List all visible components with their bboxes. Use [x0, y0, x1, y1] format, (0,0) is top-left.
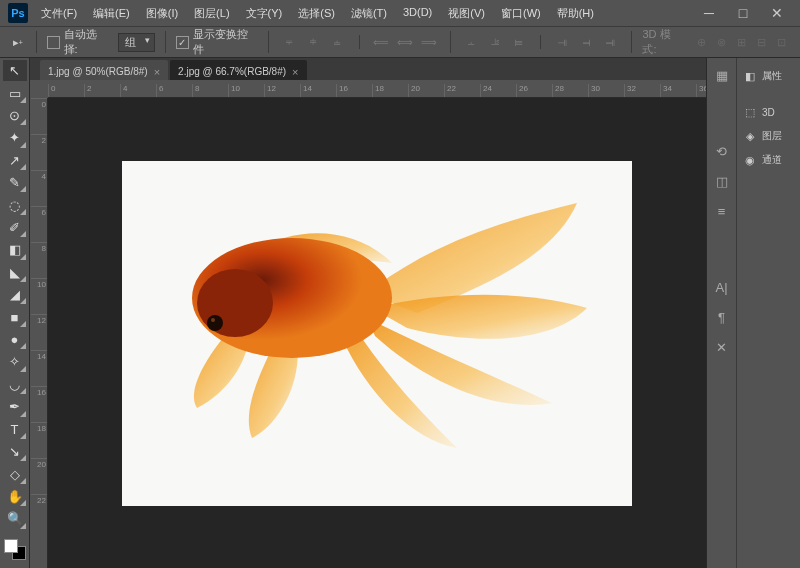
dist-2-icon[interactable]: ⫡ [484, 32, 506, 52]
tool-button[interactable]: ✒ [3, 396, 27, 417]
vertical-ruler[interactable]: 0246810121416182022 [30, 98, 48, 568]
align-hcenter-icon[interactable]: ⟺ [394, 32, 416, 52]
checkbox-icon[interactable]: ✓ [176, 36, 189, 49]
panel-tab[interactable]: ◈图层 [737, 124, 800, 148]
align-top-icon[interactable]: ⫧ [279, 32, 301, 52]
tab-label: 2.jpg @ 66.7%(RGB/8#) [178, 66, 286, 77]
3d-scale-icon[interactable]: ⊡ [772, 32, 790, 52]
canvas-viewport[interactable] [48, 98, 706, 568]
menu-item[interactable]: 帮助(H) [550, 2, 601, 25]
svg-point-2 [207, 315, 223, 331]
color-swatches[interactable] [4, 539, 26, 560]
ruler-tick: 6 [156, 84, 163, 98]
menu-item[interactable]: 文件(F) [34, 2, 84, 25]
3d-orbit-icon[interactable]: ⊕ [692, 32, 710, 52]
3d-pan-icon[interactable]: ⊞ [732, 32, 750, 52]
ruler-tick: 10 [31, 278, 48, 289]
panel-tab[interactable]: ◉通道 [737, 148, 800, 172]
minimize-button[interactable]: ─ [698, 6, 720, 20]
document-tab[interactable]: 2.jpg @ 66.7%(RGB/8#)× [170, 60, 306, 80]
tool-button[interactable]: ■ [3, 306, 27, 327]
dist-3-icon[interactable]: ⫢ [508, 32, 530, 52]
canvas[interactable] [122, 161, 632, 506]
rail-icon[interactable]: ⟲ [713, 142, 731, 160]
tool-button[interactable]: ◧ [3, 239, 27, 260]
tool-button[interactable]: ✐ [3, 217, 27, 238]
align-bottom-icon[interactable]: ⫨ [327, 32, 349, 52]
ruler-tick: 12 [264, 84, 276, 98]
tab-close-icon[interactable]: × [292, 66, 298, 78]
tool-button[interactable]: ◣ [3, 262, 27, 283]
tool-button[interactable]: ✧ [3, 351, 27, 372]
dist-1-icon[interactable]: ⫠ [460, 32, 482, 52]
ruler-tick: 36 [696, 84, 706, 98]
tool-button[interactable]: 🔍 [3, 508, 27, 529]
rail-icon[interactable]: ¶ [713, 308, 731, 326]
goldfish-image [157, 168, 597, 468]
rail-icon[interactable]: ▦ [713, 66, 731, 84]
horizontal-ruler[interactable]: 024681012141618202224262830323436 [48, 80, 706, 98]
tool-button[interactable]: ▭ [3, 82, 27, 103]
align-vcenter-icon[interactable]: ⫩ [303, 32, 325, 52]
ruler-tick: 0 [48, 84, 55, 98]
tool-button[interactable]: ✦ [3, 127, 27, 148]
tool-button[interactable]: ↘ [3, 441, 27, 462]
group-dropdown[interactable]: 组 [118, 33, 155, 52]
rail-icon[interactable]: ✕ [713, 338, 731, 356]
dist-5-icon[interactable]: ⫤ [575, 32, 597, 52]
maximize-button[interactable]: □ [732, 6, 754, 20]
align-left-icon[interactable]: ⟸ [370, 32, 392, 52]
menu-item[interactable]: 3D(D) [396, 2, 439, 25]
ruler-tick: 4 [31, 170, 48, 181]
menu-item[interactable]: 文字(Y) [239, 2, 290, 25]
rail-icon[interactable]: ◫ [713, 172, 731, 190]
tool-button[interactable]: ◇ [3, 463, 27, 484]
panel-tab[interactable]: ⬚3D [737, 100, 800, 124]
auto-select-option[interactable]: 自动选择: [47, 27, 110, 57]
menu-item[interactable]: 选择(S) [291, 2, 342, 25]
menu-item[interactable]: 视图(V) [441, 2, 492, 25]
align-group-1: ⫧ ⫩ ⫨ [279, 32, 349, 52]
menu-item[interactable]: 图层(L) [187, 2, 236, 25]
panel-icon: ◉ [743, 153, 757, 167]
dist-4-icon[interactable]: ⫣ [551, 32, 573, 52]
tools-panel: ↖▭⊙✦↗✎◌✐◧◣◢■●✧◡✒T↘◇✋🔍 [0, 58, 30, 568]
show-transform-option[interactable]: ✓ 显示变换控件 [176, 27, 258, 57]
ruler-tick: 34 [660, 84, 672, 98]
tool-button[interactable]: ◢ [3, 284, 27, 305]
tab-close-icon[interactable]: × [154, 66, 160, 78]
tool-button[interactable]: ↗ [3, 150, 27, 171]
align-right-icon[interactable]: ⟹ [418, 32, 440, 52]
dist-6-icon[interactable]: ⫥ [599, 32, 621, 52]
tool-button[interactable]: ◡ [3, 374, 27, 395]
menu-item[interactable]: 图像(I) [139, 2, 185, 25]
move-tool-icon: ▸+ [10, 35, 26, 49]
rail-icon[interactable]: A| [713, 278, 731, 296]
tool-button[interactable]: ⊙ [3, 105, 27, 126]
panel-label: 通道 [762, 153, 782, 167]
panel-tab[interactable]: ◧属性 [737, 64, 800, 88]
menu-item[interactable]: 滤镜(T) [344, 2, 394, 25]
rail-icon[interactable]: ≡ [713, 202, 731, 220]
tool-button[interactable]: ◌ [3, 194, 27, 215]
tool-button[interactable]: T [3, 419, 27, 440]
options-bar: ▸+ 自动选择: 组 ✓ 显示变换控件 ⫧ ⫩ ⫨ ⟸ ⟺ ⟹ ⫠ ⫡ ⫢ ⫣ … [0, 26, 800, 58]
3d-slide-icon[interactable]: ⊟ [752, 32, 770, 52]
tool-button[interactable]: ↖ [3, 60, 27, 81]
3d-roll-icon[interactable]: ⊗ [712, 32, 730, 52]
ruler-tick: 18 [31, 422, 48, 433]
panel-icon: ◧ [743, 69, 757, 83]
menu-item[interactable]: 编辑(E) [86, 2, 137, 25]
tool-button[interactable]: ● [3, 329, 27, 350]
ruler-tick: 22 [31, 494, 48, 505]
app-logo: Ps [8, 3, 28, 23]
tool-button[interactable]: ✋ [3, 486, 27, 507]
ruler-tick: 26 [516, 84, 528, 98]
document-tab[interactable]: 1.jpg @ 50%(RGB/8#)× [40, 60, 168, 80]
fg-swatch[interactable] [4, 539, 18, 553]
close-button[interactable]: ✕ [766, 6, 788, 20]
checkbox-icon[interactable] [47, 36, 60, 49]
title-bar: Ps 文件(F)编辑(E)图像(I)图层(L)文字(Y)选择(S)滤镜(T)3D… [0, 0, 800, 26]
tool-button[interactable]: ✎ [3, 172, 27, 193]
menu-item[interactable]: 窗口(W) [494, 2, 548, 25]
